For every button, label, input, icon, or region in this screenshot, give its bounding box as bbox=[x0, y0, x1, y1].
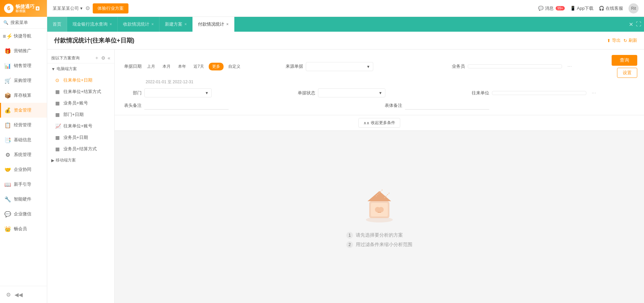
tab-bar: 首页 现金银行流水查询 × 收款情况统计 × 新建方案 × 付款情况统计 × ✕… bbox=[47, 17, 644, 32]
settings-plan-icon[interactable]: ⚙ bbox=[101, 55, 106, 61]
tab-bank[interactable]: 现金银行流水查询 × bbox=[67, 17, 118, 32]
refresh-button[interactable]: ↻ 刷新 bbox=[623, 37, 637, 43]
date-shortcut-this-month[interactable]: 本月 bbox=[160, 63, 173, 70]
page-title: 付款情况统计(往来单位+日期) bbox=[54, 36, 135, 44]
plan-item-unit-account[interactable]: 📈 往来单位+账号 bbox=[47, 120, 114, 132]
table-body-note-label: 表体备注 bbox=[382, 102, 402, 109]
sidebar-item-inventory[interactable]: 📦 库存核算 bbox=[0, 88, 47, 103]
plan-item-staff-account[interactable]: ▦ 业务员+账号 bbox=[47, 97, 114, 109]
sidebar-item-weixin[interactable]: 💬 企业微信 bbox=[0, 207, 47, 221]
date-shortcuts: 上月 本月 本年 近7天 更多 自定义 bbox=[144, 63, 243, 70]
cooperation-icon: 🤝 bbox=[4, 166, 11, 173]
marketing-icon: 🎁 bbox=[4, 48, 11, 54]
empty-tip-2: 2 用过滤条件来缩小分析范围 bbox=[346, 241, 412, 248]
dept-select[interactable]: ▾ bbox=[144, 88, 212, 97]
export-button[interactable]: ⬆ 导出 bbox=[607, 37, 621, 43]
sidebar-item-hardware[interactable]: 🔧 智能硬件 bbox=[0, 192, 47, 207]
app-download-action[interactable]: 📱 App下载 bbox=[570, 5, 593, 11]
right-panel: 单据日期 上月 本月 本年 近7天 更多 自定义 来源单据 bbox=[115, 50, 644, 303]
tab-bar-actions: ✕ ⛶ bbox=[626, 17, 644, 32]
dept-block: 部门 ▾ bbox=[121, 88, 290, 97]
related-unit-dots-icon[interactable]: ··· bbox=[592, 90, 596, 96]
svg-point-5 bbox=[378, 207, 384, 212]
plan-item-staff-settle[interactable]: ▦ 业务员+结算方式 bbox=[47, 143, 114, 155]
filter-row-1: 单据日期 上月 本月 本年 近7天 更多 自定义 来源单据 bbox=[121, 55, 637, 78]
sidebar-item-quick-nav[interactable]: ≡⚡ 快捷导航 bbox=[0, 29, 47, 43]
voucher-date-label: 单据日期 bbox=[121, 63, 142, 69]
header-settings-icon[interactable]: ⚙ bbox=[85, 5, 90, 11]
staff-select[interactable] bbox=[468, 64, 562, 68]
tab-home[interactable]: 首页 bbox=[47, 17, 67, 32]
online-service-action[interactable]: 🎧 在线客服 bbox=[599, 5, 623, 11]
settings-footer-icon[interactable]: ⚙ bbox=[3, 290, 13, 300]
collapse-panel-icon[interactable]: « bbox=[108, 55, 110, 61]
company-chevron-icon: ▾ bbox=[80, 6, 83, 11]
trial-button[interactable]: 体验行业方案 bbox=[93, 3, 128, 13]
logo-icon: 6 bbox=[4, 4, 13, 13]
table-body-note-input[interactable] bbox=[405, 101, 489, 110]
operation-icon: 📋 bbox=[4, 122, 11, 128]
query-button[interactable]: 查询 bbox=[612, 55, 637, 66]
collapse-button[interactable]: ∧∧ 收起更多条件 bbox=[358, 118, 400, 128]
top-header: 某某某某公司 ▾ ⚙ 体验行业方案 💬 消息 99+ 📱 App下载 🎧 在线客… bbox=[47, 0, 644, 17]
plan-item-dept-date[interactable]: ▦ 部门+日期 bbox=[47, 109, 114, 120]
tab-payment[interactable]: 付款情况统计 × bbox=[193, 17, 234, 32]
sidebar-item-operation[interactable]: 📋 经营管理 bbox=[0, 118, 47, 132]
app-icon: 📱 bbox=[570, 6, 576, 11]
plan-item-staff-date[interactable]: ▦ 业务员+日期 bbox=[47, 132, 114, 143]
table-header-note-input[interactable] bbox=[144, 101, 229, 110]
sidebar-item-cooperation[interactable]: 🤝 企业协同 bbox=[0, 162, 47, 177]
company-selector[interactable]: 某某某某公司 ▾ bbox=[53, 5, 83, 11]
tab-new-plan[interactable]: 新建方案 × bbox=[159, 17, 193, 32]
sidebar-item-system[interactable]: ⚙ 系统管理 bbox=[0, 147, 47, 162]
tab-receipt[interactable]: 收款情况统计 × bbox=[118, 17, 159, 32]
quick-nav-icon: ≡⚡ bbox=[4, 33, 11, 39]
avatar[interactable]: Rit bbox=[628, 3, 639, 13]
date-shortcut-this-year[interactable]: 本年 bbox=[175, 63, 189, 70]
desktop-section-title[interactable]: ▼ 电脑端方案 bbox=[47, 63, 114, 74]
header-left: 某某某某公司 ▾ ⚙ 体验行业方案 bbox=[53, 3, 128, 13]
tab-new-plan-close[interactable]: × bbox=[184, 22, 187, 27]
setting-button[interactable]: 设置 bbox=[617, 68, 637, 78]
refresh-icon: ↻ bbox=[623, 38, 627, 43]
source-chevron-icon: ▾ bbox=[367, 64, 370, 69]
empty-tips: 1 请先选择要分析的方案 2 用过滤条件来缩小分析范围 bbox=[346, 232, 412, 248]
date-shortcut-7days[interactable]: 近7天 bbox=[191, 63, 207, 70]
staff-dots-icon[interactable]: ··· bbox=[567, 63, 572, 69]
sidebar-item-fund[interactable]: 💰 资金管理 bbox=[0, 103, 47, 118]
mobile-section-title[interactable]: ▶ 移动端方案 bbox=[47, 155, 114, 166]
notification-action[interactable]: 💬 消息 99+ bbox=[538, 5, 565, 11]
page-content: 付款情况统计(往来单位+日期) ⬆ 导出 ↻ 刷新 按以下方案查询 ＋ ⚙ bbox=[47, 32, 644, 303]
sidebar-logo: 6 畅捷通巧 标准版 6 bbox=[0, 0, 47, 17]
sidebar-item-guide[interactable]: 📖 新手引导 bbox=[0, 177, 47, 192]
filter-collapse: ∧∧ 收起更多条件 bbox=[115, 115, 644, 131]
tab-receipt-close[interactable]: × bbox=[151, 22, 154, 27]
sidebar-item-marketing[interactable]: 🎁 营销推广 bbox=[0, 43, 47, 58]
search-menu[interactable]: 🔍 搜索菜单 bbox=[0, 17, 47, 29]
sidebar-item-purchase[interactable]: 🛒 采购管理 bbox=[0, 73, 47, 88]
date-shortcut-custom[interactable]: 自定义 bbox=[226, 63, 243, 70]
voucher-status-label: 单据状态 bbox=[295, 90, 315, 96]
collapse-sidebar-icon[interactable]: ◀◀ bbox=[13, 290, 24, 300]
tab-payment-close[interactable]: × bbox=[226, 22, 229, 27]
table-body-note-block: 表体备注 bbox=[382, 101, 637, 110]
plan-icon-6: ▦ bbox=[55, 146, 61, 152]
voucher-status-select[interactable]: ▾ bbox=[318, 88, 385, 97]
date-shortcut-last-month[interactable]: 上月 bbox=[144, 63, 158, 70]
plan-item-unit-settle[interactable]: ▦ 往来单位+结算方式 bbox=[47, 86, 114, 97]
plan-item-unit-date[interactable]: ⊙ 往来单位+日期 bbox=[47, 74, 114, 86]
source-select[interactable]: ▾ bbox=[306, 62, 373, 71]
related-unit-select[interactable] bbox=[492, 91, 586, 95]
close-all-tabs-icon[interactable]: ✕ bbox=[629, 21, 633, 28]
tab-bank-close[interactable]: × bbox=[110, 22, 112, 27]
empty-illustration bbox=[359, 186, 400, 226]
weixin-icon: 💬 bbox=[4, 211, 11, 217]
date-shortcut-more[interactable]: 更多 bbox=[209, 63, 224, 70]
filter-area: 单据日期 上月 本月 本年 近7天 更多 自定义 来源单据 bbox=[115, 50, 644, 115]
filter-row-2: 部门 ▾ 单据状态 ▾ bbox=[121, 88, 637, 97]
expand-icon[interactable]: ⛶ bbox=[636, 21, 641, 27]
sidebar-item-member[interactable]: 👑 畅会员 bbox=[0, 221, 47, 236]
add-plan-icon[interactable]: ＋ bbox=[94, 55, 99, 61]
sidebar-item-basic[interactable]: 📑 基础信息 bbox=[0, 132, 47, 147]
sidebar-item-sales[interactable]: 📊 销售管理 bbox=[0, 58, 47, 73]
